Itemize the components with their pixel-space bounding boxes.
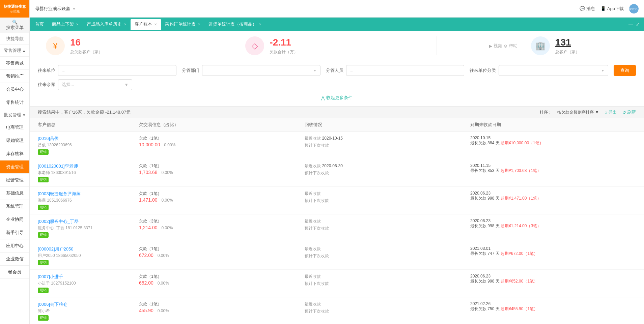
collapse-filter-btn[interactable]: ⋀ 收起更多条件 bbox=[38, 93, 636, 102]
avatar[interactable]: demo2 bbox=[629, 4, 639, 13]
chevron-down-icon: ▲ bbox=[22, 49, 26, 53]
sidebar-item-marketing[interactable]: 营销推广 bbox=[0, 70, 29, 83]
tab-incoming-stats[interactable]: 进货单统计表（按商品） ✕ bbox=[204, 19, 265, 30]
sidebar-item-retail-shop[interactable]: 零售商城 bbox=[0, 57, 29, 70]
tab-minimize-btn[interactable]: — bbox=[628, 22, 633, 27]
sidebar-item-finance[interactable]: 资金管理 bbox=[0, 160, 29, 174]
tab-purchase-stats[interactable]: 采购订单统计表 ✕ bbox=[161, 19, 204, 30]
sidebar-item-ecommerce[interactable]: 电商管理 bbox=[0, 121, 29, 134]
stat-icon-money: ¥ bbox=[46, 36, 65, 55]
stat-icon-diamond: ◇ bbox=[245, 36, 264, 55]
table-row: [0007]小进千 小进千 18279152100 现销 欠款（1笔） 652.… bbox=[30, 270, 644, 297]
sidebar-item-guide[interactable]: 新手引导 bbox=[0, 226, 29, 239]
filter-input-unit[interactable]: ... bbox=[58, 65, 176, 76]
tab-maximize-btn[interactable]: ⤢ bbox=[636, 22, 640, 27]
tab-customer-account[interactable]: 客户账本 ✕ bbox=[131, 19, 161, 30]
debt-row: 672.00 0.00% bbox=[139, 252, 305, 258]
sidebar-item-retail-mgmt[interactable]: 零售管理 ▲ bbox=[0, 45, 29, 57]
sidebar-item-weixin[interactable]: 企业微信 bbox=[0, 253, 29, 266]
last-collect-label: 最近收款 bbox=[305, 246, 321, 251]
next-collect-label: 预计下次收款 bbox=[305, 143, 470, 148]
customer-name[interactable]: [000002]用户2050 bbox=[38, 246, 139, 252]
sort-value[interactable]: 按欠款金额倒序排序 ▼ bbox=[557, 110, 599, 115]
customer-name[interactable]: [0016]吕俊 bbox=[38, 136, 139, 142]
overdue-amount[interactable]: 超期¥1,703.68（1笔） bbox=[501, 168, 541, 173]
sidebar-item-wholesale-mgmt[interactable]: 批发管理 ▼ bbox=[0, 109, 29, 121]
overdue-days: 最长欠款 853 天 bbox=[470, 168, 501, 173]
sidebar-item-quick-nav[interactable]: 快捷导航 bbox=[0, 33, 29, 45]
debt-label: 欠款（1笔） bbox=[139, 246, 305, 252]
customer-contact: 李老师 18600391516 bbox=[38, 170, 139, 176]
app-download-btn[interactable]: 📱 App下载 bbox=[600, 6, 624, 12]
overdue-amount[interactable]: 超期¥672.00（1笔） bbox=[501, 251, 538, 256]
debt-label: 欠款（1笔） bbox=[139, 301, 305, 307]
tab-home[interactable]: 首页 bbox=[31, 19, 48, 30]
stat-info-overdue: 16 总欠款客户（家） bbox=[70, 37, 229, 55]
sidebar-item-retail-stats[interactable]: 零售统计 bbox=[0, 96, 29, 109]
due-date-cell: 2021.03.01 最长欠款 747 天 超期¥672.00（1笔） bbox=[470, 246, 636, 257]
due-date-cell: 2020.06.23 最长欠款 998 天 超期¥652.00（1笔） bbox=[470, 274, 636, 284]
sidebar-item-purchase-mgmt[interactable]: 采购管理 bbox=[0, 134, 29, 147]
sort-label: 排序： bbox=[540, 110, 552, 115]
overdue-days: 最长欠款 998 天 bbox=[470, 279, 501, 284]
customer-name[interactable]: [0007]小进千 bbox=[38, 274, 139, 280]
sidebar-item-member[interactable]: 会员中心 bbox=[0, 83, 29, 96]
tab-close-icon[interactable]: ✕ bbox=[124, 23, 127, 26]
export-btn[interactable]: ○ 导出 bbox=[605, 109, 617, 115]
filter-input-dept[interactable]: ▼ bbox=[202, 65, 320, 76]
customer-info-cell: [0006]去下粮仓 陈小希 现销 bbox=[38, 301, 139, 321]
sidebar-item-inventory[interactable]: 库存核算 bbox=[0, 147, 29, 160]
customer-name[interactable]: [0001020001]李老师 bbox=[38, 163, 139, 169]
next-collect-label: 预计下次收款 bbox=[305, 198, 470, 204]
tab-close-icon[interactable]: ✕ bbox=[259, 23, 261, 26]
sidebar-item-member2[interactable]: 畅会员 bbox=[0, 266, 29, 279]
tab-close-icon[interactable]: ✕ bbox=[198, 23, 200, 26]
sidebar-item-basic-info[interactable]: 基础信息 bbox=[0, 187, 29, 200]
customer-contact: 海燕 18513066976 bbox=[38, 198, 139, 203]
sidebar-item-enterprise[interactable]: 企业协同 bbox=[0, 213, 29, 226]
help-icon[interactable]: ⊙ bbox=[504, 43, 507, 49]
overdue-amount[interactable]: 超期¥455.90（1笔） bbox=[501, 306, 538, 311]
filter-input-unit-type[interactable]: ▼ bbox=[499, 65, 608, 76]
due-date-cell: 2020.11.15 最长欠款 853 天 超期¥1,703.68（1笔） bbox=[470, 163, 636, 174]
collect-info-cell: 最近收款 预计下次收款 bbox=[305, 218, 470, 231]
filter-label-balance: 往来余额 bbox=[38, 82, 55, 88]
tab-product-history[interactable]: 产成品入库单历史 ✕ bbox=[83, 19, 131, 30]
filter-select-balance[interactable]: 选择... ▼ bbox=[58, 79, 132, 90]
customer-name[interactable]: [0006]去下粮仓 bbox=[38, 301, 139, 307]
tab-product-onoff[interactable]: 商品上下架 ✕ bbox=[48, 19, 83, 30]
overdue-amount[interactable]: 超期¥1,471.00（1笔） bbox=[501, 196, 541, 201]
stat-number-debt: -2.11 bbox=[270, 37, 428, 48]
refresh-btn[interactable]: ↺ 刷新 bbox=[622, 109, 636, 115]
filter-input-person[interactable]: ... bbox=[346, 65, 465, 76]
overdue-amount[interactable]: 超期¥652.00（1笔） bbox=[501, 279, 538, 284]
customer-name[interactable]: [0002]服务中心_丁磊 bbox=[38, 218, 139, 225]
overdue-amount[interactable]: 超期¥10,000.00（1笔） bbox=[501, 141, 543, 145]
query-button[interactable]: 查询 bbox=[614, 65, 636, 76]
due-date-cell: 2020.06.23 最长欠款 998 天 超期¥1,471.00（1笔） bbox=[470, 191, 636, 201]
customer-name[interactable]: [0003]畅捷服务尹海蒸 bbox=[38, 191, 139, 197]
overdue-amount[interactable]: 超期¥1,214.00（3笔） bbox=[501, 224, 541, 228]
message-btn[interactable]: 💬 消息 bbox=[580, 6, 595, 12]
debt-percent: 0.00% bbox=[162, 170, 173, 175]
debt-info-cell: 欠款（1笔） 1,471.00 0.00% bbox=[139, 191, 305, 203]
sidebar-item-search[interactable]: 🔍 搜索菜单 bbox=[0, 18, 29, 33]
col-header-customer: 客户信息 bbox=[38, 122, 139, 128]
last-collect-label: 最近收款 bbox=[305, 274, 321, 279]
sidebar-item-system[interactable]: 系统管理 bbox=[0, 200, 29, 213]
tab-close-icon[interactable]: ✕ bbox=[76, 23, 79, 26]
sidebar-item-operations[interactable]: 经营管理 bbox=[0, 174, 29, 187]
sidebar: 畅捷通好生意 示范账 🔍 搜索菜单 快捷导航 零售管理 ▲ 零售商城 营销推广 … bbox=[0, 0, 30, 324]
tab-close-icon[interactable]: ✕ bbox=[154, 23, 157, 26]
last-collect-label: 最近收款 bbox=[305, 136, 321, 141]
debt-percent: 0.00% bbox=[158, 308, 169, 313]
company-selector[interactable]: 母婴行业演示账套 ▼ bbox=[35, 6, 76, 12]
customer-contact: 用户2050 18665062050 bbox=[38, 253, 139, 259]
customer-contact: 小进千 18279152100 bbox=[38, 281, 139, 286]
sidebar-item-app-center[interactable]: 应用中心 bbox=[0, 239, 29, 253]
last-collect-label: 最近收款 bbox=[305, 302, 321, 306]
refresh-icon: ↺ bbox=[622, 110, 626, 115]
video-icon[interactable]: ▶ bbox=[489, 43, 492, 49]
due-date: 2021.03.01 bbox=[470, 246, 636, 251]
table-body: [0016]吕俊 吕俊 13026203696 现销 欠款（1笔） 10,000… bbox=[30, 131, 644, 324]
